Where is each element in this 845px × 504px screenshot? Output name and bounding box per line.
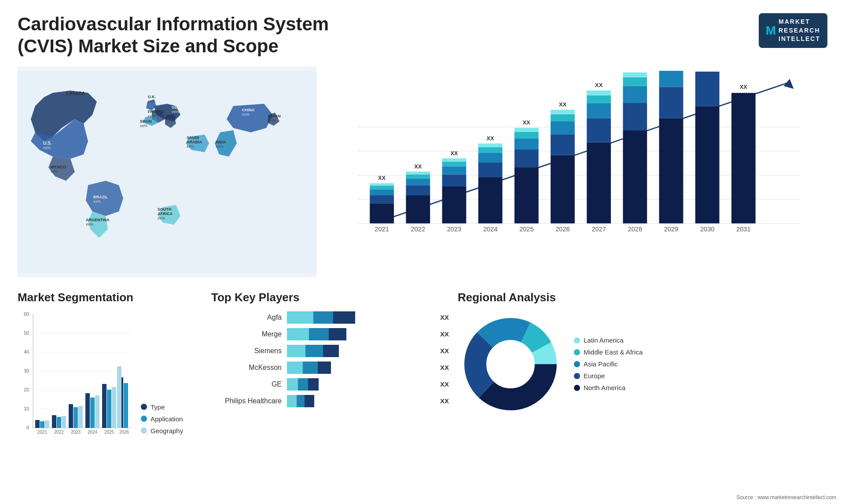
svg-point-169 — [488, 341, 533, 387]
svg-rect-86 — [623, 72, 647, 77]
me-label: Middle East & Africa — [584, 348, 643, 356]
svg-rect-74 — [551, 110, 575, 114]
svg-rect-58 — [478, 177, 503, 223]
player-bar-mckesson — [287, 362, 432, 374]
svg-rect-95 — [731, 93, 756, 223]
svg-rect-85 — [623, 77, 647, 86]
svg-rect-49 — [406, 174, 430, 178]
latin-label: Latin America — [584, 336, 624, 344]
svg-text:xx%: xx% — [148, 99, 155, 103]
svg-rect-43 — [370, 186, 394, 189]
svg-rect-135 — [107, 390, 111, 428]
svg-rect-42 — [370, 189, 394, 195]
svg-rect-88 — [659, 118, 683, 223]
svg-rect-50 — [406, 172, 430, 174]
svg-text:U.S.: U.S. — [43, 141, 52, 146]
segmentation-legend: Type Application Geography — [141, 394, 183, 435]
player-name-ge: GE — [211, 380, 282, 388]
reg-europe: Europe — [574, 372, 643, 380]
svg-text:2028: 2028 — [628, 226, 642, 233]
player-row-ge: GE XX — [211, 378, 449, 391]
player-bar-siemens — [287, 345, 432, 357]
player-name-mckesson: McKesson — [211, 364, 282, 372]
svg-text:xx%: xx% — [216, 144, 223, 149]
svg-rect-126 — [57, 417, 61, 428]
svg-text:XX: XX — [487, 135, 495, 142]
legend-type: Type — [141, 403, 183, 411]
svg-rect-70 — [551, 155, 575, 223]
geo-dot — [141, 427, 147, 434]
svg-text:ITALY: ITALY — [165, 115, 176, 119]
player-val-ge: XX — [440, 380, 449, 388]
svg-text:xx%: xx% — [140, 124, 147, 128]
header: Cardiovascular Information System (CVIS)… — [18, 13, 827, 58]
asia-dot — [574, 361, 580, 367]
svg-text:40: 40 — [24, 349, 29, 354]
svg-rect-62 — [478, 143, 503, 147]
svg-text:XX: XX — [414, 163, 422, 170]
svg-text:2022: 2022 — [54, 430, 64, 435]
player-val-merge: XX — [440, 330, 449, 338]
player-row-siemens: Siemens XX — [211, 345, 449, 357]
svg-text:60: 60 — [24, 311, 29, 317]
donut-chart — [458, 311, 563, 417]
svg-rect-160 — [287, 378, 298, 391]
svg-text:SOUTH: SOUTH — [158, 207, 172, 212]
reg-asia-pacific: Asia Pacific — [574, 360, 643, 368]
svg-text:GERMANY: GERMANY — [172, 105, 192, 110]
svg-text:AFRICA: AFRICA — [158, 212, 173, 216]
svg-text:2024: 2024 — [88, 430, 98, 435]
svg-rect-125 — [52, 415, 56, 428]
segmentation-chart: 0 10 20 30 40 50 60 — [18, 311, 202, 435]
svg-text:INDIA: INDIA — [216, 140, 227, 144]
player-row-agfa: Agfa XX — [211, 311, 449, 324]
na-label: North America — [584, 384, 625, 391]
svg-rect-122 — [35, 420, 40, 428]
svg-rect-40 — [370, 203, 394, 223]
svg-rect-66 — [514, 138, 539, 150]
svg-rect-80 — [587, 91, 611, 95]
svg-rect-55 — [442, 161, 467, 166]
player-name-philips: Philips Healthcare — [211, 397, 282, 405]
bottom-section: Market Segmentation 0 10 20 30 40 50 60 — [18, 291, 827, 462]
svg-text:U.K.: U.K. — [148, 95, 156, 99]
svg-text:ARABIA: ARABIA — [187, 140, 202, 144]
svg-text:2025: 2025 — [104, 430, 114, 435]
svg-text:2027: 2027 — [592, 226, 606, 233]
growth-chart: XX XX XX XX — [339, 71, 819, 256]
player-bar-agfa — [287, 311, 432, 324]
svg-rect-56 — [442, 158, 467, 161]
svg-text:SPAIN: SPAIN — [140, 119, 152, 124]
player-val-agfa: XX — [440, 314, 449, 321]
player-val-mckesson: XX — [440, 364, 449, 371]
svg-text:2031: 2031 — [736, 226, 750, 233]
app-label: Application — [151, 415, 183, 423]
key-players-panel: Top Key Players Agfa XX M — [211, 291, 449, 462]
svg-rect-128 — [69, 404, 73, 428]
svg-rect-41 — [370, 195, 394, 203]
seg-chart-svg: 0 10 20 30 40 50 60 — [18, 311, 132, 435]
app-dot — [141, 416, 147, 422]
svg-rect-71 — [551, 134, 575, 155]
svg-rect-53 — [442, 174, 467, 186]
svg-text:30: 30 — [24, 368, 29, 373]
source-text: Source : www.marketresearchintellect.com — [736, 494, 836, 500]
svg-rect-76 — [587, 142, 611, 223]
player-name-siemens: Siemens — [211, 347, 282, 355]
svg-text:2030: 2030 — [700, 226, 714, 233]
svg-rect-136 — [112, 387, 116, 428]
legend-application: Application — [141, 415, 183, 423]
player-row-philips: Philips Healthcare XX — [211, 395, 449, 407]
logo-line2: RESEARCH — [779, 26, 820, 35]
svg-text:2029: 2029 — [664, 226, 678, 233]
svg-text:XX: XX — [523, 119, 531, 126]
svg-rect-65 — [514, 150, 539, 167]
svg-text:xx%: xx% — [187, 144, 194, 149]
growth-chart-container: XX XX XX XX — [330, 66, 827, 278]
svg-rect-138 — [124, 383, 128, 428]
svg-rect-48 — [406, 178, 430, 185]
svg-text:50: 50 — [24, 330, 29, 336]
svg-text:10: 10 — [24, 406, 29, 411]
svg-text:FRANCE: FRANCE — [148, 110, 165, 114]
svg-rect-123 — [40, 421, 44, 428]
